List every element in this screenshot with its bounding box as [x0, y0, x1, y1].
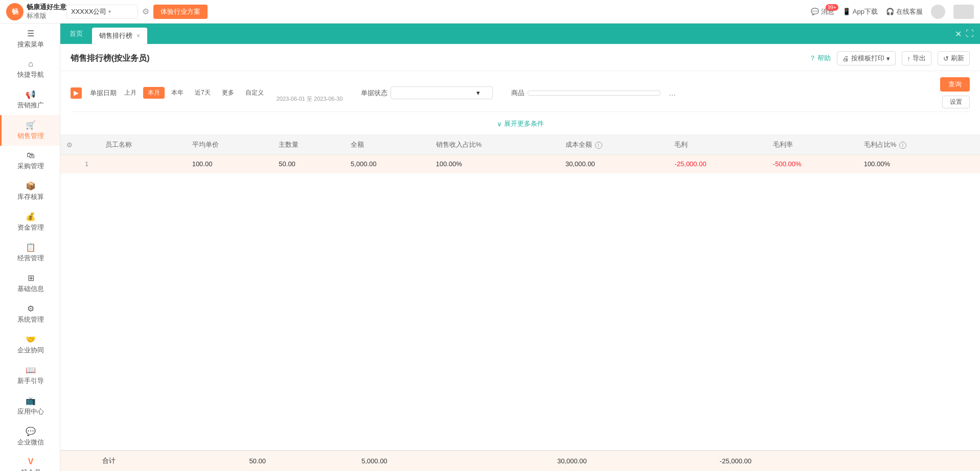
inventory-icon: 📦	[26, 181, 36, 191]
sidebar-item-search[interactable]: ☰ 搜索菜单	[0, 24, 60, 54]
tab-home[interactable]: 首页	[60, 24, 92, 44]
col-settings[interactable]: ⚙	[60, 135, 79, 155]
expand-filters-button[interactable]: ∨ 展开更多条件	[497, 119, 544, 128]
status-select[interactable]: ▾	[391, 86, 493, 99]
sidebar-item-basics[interactable]: ⊞ 基础信息	[0, 268, 60, 299]
row-cost: 30,000.00	[559, 155, 668, 173]
footer-gross-rate	[885, 451, 932, 471]
select-arrow-icon: ▾	[476, 89, 480, 97]
filter-bar: ▶ 单据日期 上月 本月 本年 近7天 更多 自定义	[60, 71, 980, 135]
footer-table: 合计 50.00 5,000.00 30,000.00 -25,000.00	[60, 451, 980, 471]
filter-toggle-button[interactable]: ▶	[71, 87, 82, 99]
sidebar-item-inventory[interactable]: 📦 库存核算	[0, 176, 60, 207]
row-gross: -25,000.00	[668, 155, 766, 173]
row-gross-rate: -500.00%	[767, 155, 858, 173]
management-icon: 📋	[26, 242, 36, 252]
sidebar-item-label: 库存核算	[17, 192, 44, 201]
help-button[interactable]: ？ 帮助	[809, 54, 831, 63]
avatar[interactable]	[931, 5, 945, 19]
company-selector[interactable]: XXXXX公司 ▾	[66, 5, 138, 19]
wechat-icon: 💬	[26, 427, 36, 436]
status-filter: 单据状态 ▾	[361, 86, 493, 99]
row-settings	[60, 155, 79, 173]
date-btn-custom[interactable]: 自定义	[241, 87, 268, 99]
export-button[interactable]: ↑ 导出	[902, 51, 932, 65]
row-avg-price: 100.00	[186, 155, 273, 173]
user-info[interactable]	[953, 5, 974, 19]
sidebar-item-label: 畅会员	[21, 468, 41, 471]
tab-close-icon[interactable]: ×	[136, 32, 140, 39]
sidebar-item-label: 新手引导	[17, 376, 44, 386]
sidebar-item-label: 营销推广	[17, 101, 44, 110]
refresh-button[interactable]: ↺ 刷新	[938, 51, 970, 65]
query-button[interactable]: 查询	[940, 77, 970, 92]
tab-sales-ranking[interactable]: 销售排行榜 ×	[92, 28, 147, 44]
sidebar-item-label: 销售管理	[17, 131, 44, 141]
date-btn-this-month[interactable]: 本月	[143, 87, 165, 99]
export-icon: ↑	[907, 55, 911, 62]
online-service-button[interactable]: 🎧 在线客服	[886, 7, 923, 16]
date-btn-more[interactable]: 更多	[217, 87, 239, 99]
template-print-button[interactable]: 🖨 按模板打印 ▾	[837, 51, 896, 65]
sidebar-item-collab[interactable]: 🤝 企业协同	[0, 329, 60, 360]
page-actions: ？ 帮助 🖨 按模板打印 ▾ ↑ 导出 ↺ 刷新	[809, 51, 970, 65]
page-header: 销售排行榜(按业务员) ？ 帮助 🖨 按模板打印 ▾ ↑ 导出	[60, 44, 980, 71]
refresh-icon: ↺	[943, 55, 949, 62]
col-employee: 员工名称	[99, 135, 186, 155]
gross-pct-info-icon[interactable]: i	[899, 142, 906, 149]
close-window-icon[interactable]: ✕	[955, 29, 962, 39]
trial-button[interactable]: 体验行业方案	[153, 5, 208, 19]
fullscreen-icon[interactable]: ⛶	[966, 29, 974, 38]
sidebar-item-newbie[interactable]: 📖 新手引导	[0, 360, 60, 391]
sidebar-item-apps[interactable]: 📺 应用中心	[0, 391, 60, 421]
sidebar-item-vip[interactable]: V 畅会员	[0, 452, 60, 471]
footer-gross: -25,000.00	[714, 451, 885, 471]
goods-filter-label: 商品	[511, 88, 525, 98]
vip-icon: V	[28, 457, 34, 466]
apps-icon: 📺	[26, 396, 36, 406]
sidebar-item-purchase[interactable]: 🛍 采购管理	[0, 146, 60, 176]
col-cost: 成本全额 i	[559, 135, 668, 155]
page-title: 销售排行榜(按业务员)	[71, 53, 150, 64]
settings-button[interactable]: 设置	[942, 96, 970, 108]
row-employee	[99, 155, 186, 173]
col-sales-pct: 销售收入占比%	[430, 135, 560, 155]
table-footer: 合计 50.00 5,000.00 30,000.00 -25,000.00	[60, 450, 980, 471]
date-btn-last-month[interactable]: 上月	[120, 87, 141, 99]
sidebar-item-management[interactable]: 📋 经营管理	[0, 237, 60, 268]
sidebar-item-wechat[interactable]: 💬 企业微信	[0, 421, 60, 452]
sidebar-item-finance[interactable]: 💰 资金管理	[0, 207, 60, 237]
sidebar: ☰ 搜索菜单 ⌂ 快捷导航 📢 营销推广 🛒 销售管理 🛍 采购管理 📦 库存核…	[0, 24, 60, 471]
filter-row-1: ▶ 单据日期 上月 本月 本年 近7天 更多 自定义	[71, 77, 970, 108]
sidebar-item-marketing[interactable]: 📢 营销推广	[0, 84, 60, 115]
more-filters-icon[interactable]: ...	[669, 88, 675, 98]
page-content: 销售排行榜(按业务员) ？ 帮助 🖨 按模板打印 ▾ ↑ 导出	[60, 44, 980, 471]
service-icon: 🎧	[886, 8, 894, 15]
footer-label: 合计	[96, 451, 195, 471]
footer-avg-price	[195, 451, 243, 471]
message-icon: 💬	[811, 8, 819, 15]
date-options: 上月 本月 本年 近7天 更多 自定义	[120, 87, 268, 99]
sidebar-item-sales[interactable]: 🛒 销售管理	[0, 115, 60, 146]
message-badge: 99+	[826, 4, 838, 11]
sidebar-item-shortcuts[interactable]: ⌂ 快捷导航	[0, 54, 60, 84]
sidebar-item-label: 系统管理	[17, 315, 44, 324]
table-settings-icon[interactable]: ⚙	[66, 141, 73, 149]
chevron-down-icon: ▾	[108, 9, 111, 14]
app-download-button[interactable]: 📱 App下载	[842, 7, 878, 16]
settings-icon[interactable]: ⚙	[142, 7, 149, 16]
sidebar-item-label: 资金管理	[17, 223, 44, 232]
row-amount: 5,000.00	[345, 155, 430, 173]
finance-icon: 💰	[26, 212, 36, 221]
status-filter-label: 单据状态	[361, 88, 388, 98]
message-button[interactable]: 💬 消息 99+	[811, 7, 834, 16]
date-btn-this-year[interactable]: 本年	[167, 87, 188, 99]
system-icon: ⚙	[27, 304, 34, 313]
sidebar-item-system[interactable]: ⚙ 系统管理	[0, 299, 60, 329]
date-btn-7days[interactable]: 近7天	[190, 87, 215, 99]
table-header-row: ⚙ 员工名称 平均单价 主数量 全额 销售收入占比% 成本全额 i	[60, 135, 980, 155]
logo-icon: 畅	[6, 3, 24, 20]
date-filter-label: 单据日期	[90, 88, 117, 98]
goods-input[interactable]	[528, 91, 660, 96]
cost-info-icon[interactable]: i	[595, 142, 602, 149]
